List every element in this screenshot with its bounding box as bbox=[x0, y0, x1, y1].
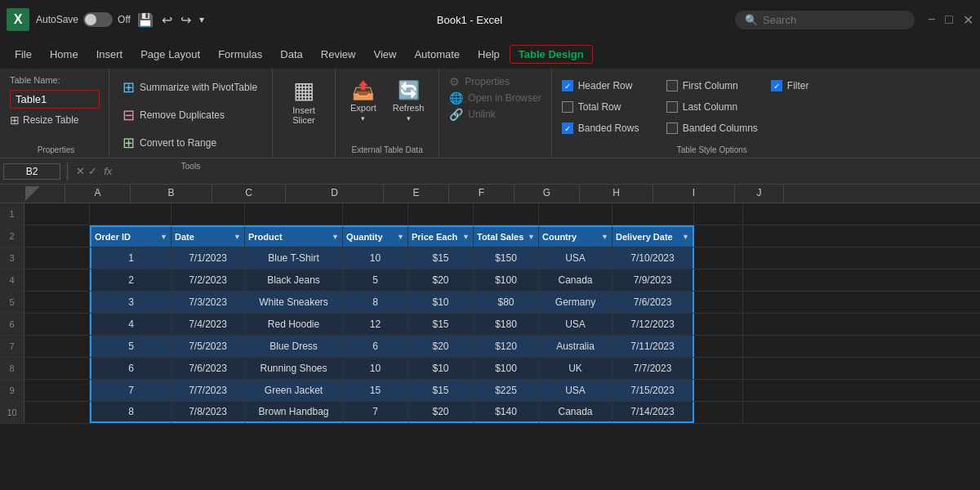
col-header-f[interactable]: F bbox=[449, 185, 514, 203]
cell-e5[interactable]: 8 bbox=[343, 292, 408, 313]
menu-home[interactable]: Home bbox=[42, 45, 87, 64]
cell-h2[interactable]: Country ▼ bbox=[539, 225, 612, 247]
cell-i7[interactable]: 7/11/2023 bbox=[612, 336, 694, 357]
banded-columns-option[interactable]: Banded Columns bbox=[666, 119, 758, 137]
filter-option[interactable]: Filter bbox=[771, 77, 862, 95]
formula-input[interactable] bbox=[118, 163, 977, 179]
banded-columns-checkbox[interactable] bbox=[666, 122, 678, 134]
cell-h7[interactable]: Australia bbox=[539, 336, 612, 357]
cell-h5[interactable]: Germany bbox=[539, 292, 612, 313]
cell-i3[interactable]: 7/10/2023 bbox=[612, 247, 694, 269]
redo-icon[interactable]: ↪ bbox=[180, 12, 191, 28]
maximize-icon[interactable]: □ bbox=[945, 12, 953, 28]
cell-f9[interactable]: $15 bbox=[408, 380, 474, 401]
cell-h4[interactable]: Canada bbox=[539, 270, 612, 291]
delivery-dropdown[interactable]: ▼ bbox=[682, 233, 689, 241]
cell-b2[interactable]: Order ID ▼ bbox=[90, 225, 172, 247]
menu-data[interactable]: Data bbox=[272, 45, 310, 64]
cell-i2[interactable]: Delivery Date ▼ bbox=[612, 225, 694, 247]
col-header-d[interactable]: D bbox=[286, 185, 384, 203]
cell-a3[interactable] bbox=[24, 247, 90, 269]
cell-e2[interactable]: Quantity ▼ bbox=[343, 225, 408, 247]
header-row-checkbox[interactable] bbox=[562, 80, 573, 91]
cell-d7[interactable]: Blue Dress bbox=[245, 336, 343, 357]
cell-a5[interactable] bbox=[24, 292, 90, 313]
banded-rows-checkbox[interactable] bbox=[562, 122, 573, 134]
price-dropdown[interactable]: ▼ bbox=[462, 233, 470, 241]
cell-i1[interactable] bbox=[612, 203, 694, 225]
cell-h1[interactable] bbox=[539, 203, 612, 225]
cell-c1[interactable] bbox=[172, 203, 245, 225]
cell-d5[interactable]: White Sneakers bbox=[245, 292, 343, 313]
menu-file[interactable]: File bbox=[7, 45, 40, 64]
x-icon[interactable]: ✕ bbox=[76, 165, 85, 177]
cell-g7[interactable]: $120 bbox=[474, 336, 539, 357]
resize-table-button[interactable]: ⊞ Resize Table bbox=[10, 112, 102, 128]
cell-j7[interactable] bbox=[694, 336, 743, 357]
close-icon[interactable]: ✕ bbox=[963, 12, 973, 28]
cell-c6[interactable]: 7/4/2023 bbox=[172, 314, 245, 335]
header-row-option[interactable]: Header Row bbox=[562, 77, 653, 95]
cell-c2[interactable]: Date ▼ bbox=[172, 225, 245, 247]
cell-f3[interactable]: $15 bbox=[408, 247, 474, 269]
menu-formulas[interactable]: Formulas bbox=[210, 45, 270, 64]
cell-i6[interactable]: 7/12/2023 bbox=[612, 314, 694, 335]
cell-g1[interactable] bbox=[474, 203, 539, 225]
banded-rows-option[interactable]: Banded Rows bbox=[562, 119, 653, 137]
first-column-checkbox[interactable] bbox=[666, 80, 678, 91]
menu-help[interactable]: Help bbox=[470, 45, 508, 64]
last-column-checkbox[interactable] bbox=[666, 101, 678, 113]
col-header-h[interactable]: H bbox=[580, 185, 653, 203]
cell-c5[interactable]: 7/3/2023 bbox=[172, 292, 245, 313]
total-dropdown[interactable]: ▼ bbox=[528, 233, 535, 241]
cell-b1[interactable] bbox=[90, 203, 172, 225]
cell-e7[interactable]: 6 bbox=[343, 336, 408, 357]
cell-a9[interactable] bbox=[24, 380, 90, 401]
summarize-pivot-button[interactable]: ⊞ Summarize with PivotTable bbox=[116, 75, 265, 100]
cell-d6[interactable]: Red Hoodie bbox=[245, 314, 343, 335]
cell-a1[interactable] bbox=[24, 203, 90, 225]
menu-page-layout[interactable]: Page Layout bbox=[132, 45, 208, 64]
cell-j9[interactable] bbox=[694, 380, 743, 401]
cell-f6[interactable]: $15 bbox=[408, 314, 474, 335]
col-header-j[interactable]: J bbox=[735, 185, 784, 203]
customize-icon[interactable]: ▾ bbox=[199, 14, 204, 25]
cell-h6[interactable]: USA bbox=[539, 314, 612, 335]
cell-e8[interactable]: 10 bbox=[343, 358, 408, 379]
cell-b3[interactable]: 1 bbox=[90, 247, 172, 269]
cell-f4[interactable]: $20 bbox=[408, 270, 474, 291]
menu-view[interactable]: View bbox=[365, 45, 404, 64]
check-icon[interactable]: ✓ bbox=[88, 165, 97, 177]
cell-b7[interactable]: 5 bbox=[90, 336, 172, 357]
cell-g8[interactable]: $100 bbox=[474, 358, 539, 379]
menu-table-design[interactable]: Table Design bbox=[510, 45, 593, 64]
product-dropdown[interactable]: ▼ bbox=[332, 233, 339, 241]
cell-j2[interactable] bbox=[694, 225, 743, 247]
cell-i9[interactable]: 7/15/2023 bbox=[612, 380, 694, 401]
menu-insert[interactable]: Insert bbox=[88, 45, 131, 64]
search-box[interactable]: 🔍 bbox=[735, 11, 915, 29]
cell-g3[interactable]: $150 bbox=[474, 247, 539, 269]
cell-e3[interactable]: 10 bbox=[343, 247, 408, 269]
cell-f2[interactable]: Price Each ▼ bbox=[408, 225, 474, 247]
cell-d9[interactable]: Green Jacket bbox=[245, 380, 343, 401]
cell-h10[interactable]: Canada bbox=[539, 402, 612, 423]
cell-j5[interactable] bbox=[694, 292, 743, 313]
cell-i8[interactable]: 7/7/2023 bbox=[612, 358, 694, 379]
country-dropdown[interactable]: ▼ bbox=[601, 233, 608, 241]
cell-b8[interactable]: 6 bbox=[90, 358, 172, 379]
insert-slicer-button[interactable]: ▦ InsertSlicer bbox=[279, 72, 328, 130]
cell-h8[interactable]: UK bbox=[539, 358, 612, 379]
table-name-input[interactable] bbox=[10, 90, 100, 109]
refresh-button[interactable]: 🔄 Refresh ▾ bbox=[385, 75, 433, 127]
cell-e9[interactable]: 15 bbox=[343, 380, 408, 401]
col-header-b[interactable]: B bbox=[131, 185, 212, 203]
cell-g9[interactable]: $225 bbox=[474, 380, 539, 401]
cell-h3[interactable]: USA bbox=[539, 247, 612, 269]
date-dropdown[interactable]: ▼ bbox=[234, 233, 241, 241]
cell-f8[interactable]: $10 bbox=[408, 358, 474, 379]
col-header-g[interactable]: G bbox=[514, 185, 580, 203]
cell-ref-box[interactable] bbox=[3, 163, 60, 180]
col-header-a[interactable]: A bbox=[65, 185, 131, 203]
total-row-option[interactable]: Total Row bbox=[562, 98, 653, 116]
